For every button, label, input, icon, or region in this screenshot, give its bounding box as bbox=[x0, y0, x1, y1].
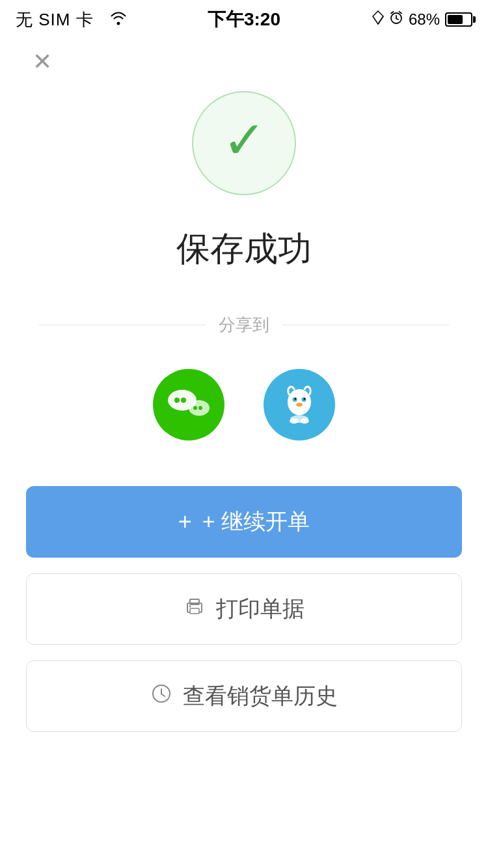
alarm-icon bbox=[389, 10, 403, 29]
svg-point-2 bbox=[174, 398, 180, 403]
share-section: 分享到 bbox=[0, 314, 488, 486]
battery-icon bbox=[445, 12, 472, 27]
main-content: ✓ 保存成功 分享到 bbox=[0, 39, 488, 732]
share-label: 分享到 bbox=[219, 314, 269, 336]
print-button[interactable]: 打印单据 bbox=[26, 573, 462, 645]
location-icon bbox=[372, 10, 384, 29]
status-time: 下午3:20 bbox=[208, 7, 280, 32]
success-circle: ✓ bbox=[192, 91, 296, 195]
wechat-icon bbox=[167, 386, 211, 424]
continue-label: + 继续开单 bbox=[202, 507, 310, 537]
status-bar: 无 SIM 卡 下午3:20 68% bbox=[0, 0, 488, 39]
svg-point-5 bbox=[193, 406, 197, 410]
svg-point-12 bbox=[296, 403, 303, 407]
battery-percent: 68% bbox=[409, 10, 440, 29]
print-label: 打印单据 bbox=[216, 594, 305, 624]
success-title: 保存成功 bbox=[176, 226, 312, 272]
svg-point-7 bbox=[288, 389, 311, 415]
svg-point-19 bbox=[189, 606, 191, 608]
divider-left bbox=[39, 325, 206, 325]
divider-right bbox=[282, 325, 449, 325]
qq-icon bbox=[280, 383, 319, 427]
close-icon: ✕ bbox=[33, 50, 52, 74]
history-button[interactable]: 查看销货单历史 bbox=[26, 660, 462, 732]
qq-share-button[interactable] bbox=[264, 369, 335, 441]
svg-point-14 bbox=[290, 418, 299, 424]
plus-icon: + bbox=[178, 508, 192, 536]
status-right: 68% bbox=[372, 10, 472, 29]
share-icons-row bbox=[39, 369, 449, 441]
svg-point-11 bbox=[304, 398, 306, 400]
continue-button[interactable]: + + 继续开单 bbox=[26, 486, 462, 558]
print-icon bbox=[183, 595, 206, 623]
svg-rect-18 bbox=[190, 608, 199, 614]
checkmark-icon: ✓ bbox=[223, 115, 266, 167]
svg-point-3 bbox=[181, 398, 186, 403]
no-sim-text: 无 SIM 卡 bbox=[16, 10, 94, 29]
share-divider-row: 分享到 bbox=[39, 314, 449, 336]
svg-point-10 bbox=[295, 398, 297, 400]
history-label: 查看销货单历史 bbox=[183, 681, 338, 711]
status-left: 无 SIM 卡 bbox=[16, 8, 128, 31]
wechat-share-button[interactable] bbox=[153, 369, 224, 441]
close-button[interactable]: ✕ bbox=[26, 46, 59, 78]
svg-point-15 bbox=[300, 418, 309, 424]
clock-icon bbox=[150, 683, 172, 710]
wifi-icon bbox=[109, 10, 128, 29]
action-buttons: + + 继续开单 打印单据 查看销货单历 bbox=[0, 486, 488, 732]
svg-point-6 bbox=[198, 406, 202, 410]
